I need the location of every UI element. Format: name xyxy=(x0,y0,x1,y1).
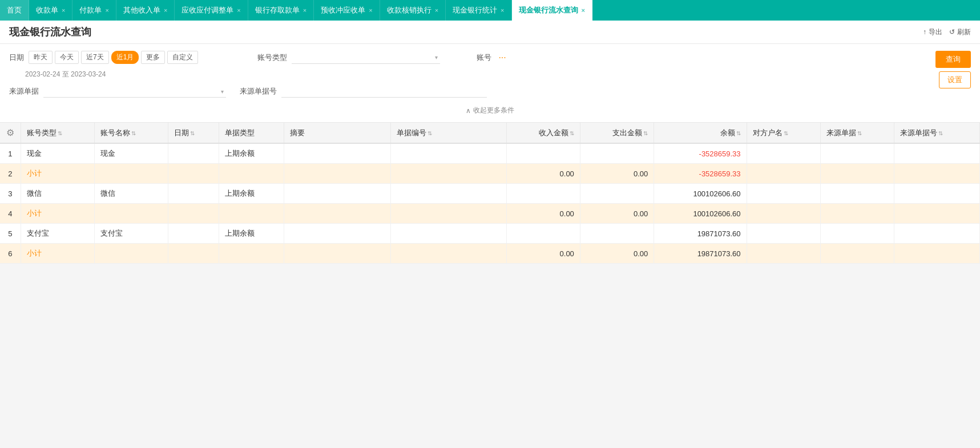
gear-icon: ⚙ xyxy=(6,128,14,138)
nav-item-现金银行流水查询[interactable]: 现金银行流水查询× xyxy=(512,0,592,21)
nav-item-付款单[interactable]: 付款单× xyxy=(72,0,116,21)
date-1month[interactable]: 近1月 xyxy=(111,51,139,64)
cell-counterparty xyxy=(747,143,820,164)
cell-source-doc-no xyxy=(894,224,980,244)
cell-doc-no xyxy=(390,224,506,244)
nav-item-应收应付调整单[interactable]: 应收应付调整单× xyxy=(175,0,248,21)
close-icon[interactable]: × xyxy=(164,7,167,14)
cell-account-name xyxy=(94,244,168,264)
col-source-doc-no[interactable]: 来源单据号⇅ xyxy=(894,123,980,143)
nav-item-预收冲应收单[interactable]: 预收冲应收单× xyxy=(314,0,380,21)
sort-icon-doc-no: ⇅ xyxy=(428,130,432,136)
filter-area: 日期 昨天 今天 近7天 近1月 更多 自定义 账号类型 xyxy=(0,44,980,123)
source-doc-select[interactable] xyxy=(43,85,226,98)
close-icon[interactable]: × xyxy=(435,7,438,14)
cell-expense xyxy=(580,224,654,244)
nav-item-首页[interactable]: 首页 xyxy=(0,0,29,21)
account-type-label: 账号类型 xyxy=(257,53,287,63)
cell-account-name: 微信 xyxy=(94,184,168,204)
cell-income: 0.00 xyxy=(506,204,580,224)
table-row: 6小计0.000.0019871073.60 xyxy=(0,244,980,264)
cell-date xyxy=(168,244,219,264)
col-summary[interactable]: 摘要 xyxy=(284,123,390,143)
filter-left: 日期 昨天 今天 近7天 近1月 更多 自定义 账号类型 xyxy=(9,51,935,103)
col-account-name[interactable]: 账号名称⇅ xyxy=(94,123,168,143)
filter-row-2: 来源单据 ▾ 来源单据号 xyxy=(9,85,935,98)
col-account-type[interactable]: 账号类型⇅ xyxy=(21,123,94,143)
cell-counterparty xyxy=(747,164,820,184)
cell-doc-type xyxy=(219,164,284,184)
cell-balance: -3528659.33 xyxy=(654,143,747,164)
nav-item-银行存取款单[interactable]: 银行存取款单× xyxy=(248,0,314,21)
col-income[interactable]: 收入金额⇅ xyxy=(506,123,580,143)
date-today[interactable]: 今天 xyxy=(55,51,79,64)
close-icon[interactable]: × xyxy=(582,7,585,14)
collapse-label: 收起更多条件 xyxy=(473,106,514,115)
account-type-select[interactable] xyxy=(292,51,440,64)
col-balance[interactable]: 余额⇅ xyxy=(654,123,747,143)
settings-button[interactable]: 设置 xyxy=(939,71,971,88)
sort-icon-account-name: ⇅ xyxy=(131,130,136,136)
cell-account-type: 小计 xyxy=(21,164,94,184)
cell-income xyxy=(506,184,580,204)
account-type-group: 账号类型 ▾ xyxy=(257,51,440,64)
source-doc-group: 来源单据 ▾ xyxy=(9,85,226,98)
account-ellipsis[interactable]: ··· xyxy=(496,53,508,63)
cell-date xyxy=(168,224,219,244)
source-doc-input-wrap: ▾ xyxy=(43,85,226,98)
close-icon[interactable]: × xyxy=(369,7,372,14)
cell-doc-type xyxy=(219,204,284,224)
sort-icon-source-doc-no: ⇅ xyxy=(938,130,943,136)
table-container: ⚙ 账号类型⇅ 账号名称⇅ 日期⇅ 单据类型 摘要 单据编号⇅ 收入金额⇅ 支出… xyxy=(0,123,980,264)
cell-doc-no xyxy=(390,164,506,184)
col-expense[interactable]: 支出金额⇅ xyxy=(580,123,654,143)
source-doc-label: 来源单据 xyxy=(9,86,39,96)
nav-item-现金银行统计[interactable]: 现金银行统计× xyxy=(446,0,511,21)
close-icon[interactable]: × xyxy=(303,7,306,14)
export-button[interactable]: ↑ 导出 xyxy=(923,27,942,37)
col-date[interactable]: 日期⇅ xyxy=(168,123,219,143)
cell-source-doc-no xyxy=(894,143,980,164)
sort-icon-expense: ⇅ xyxy=(643,130,648,136)
cell-source-doc-no xyxy=(894,244,980,264)
cell-id: 3 xyxy=(0,184,21,204)
refresh-button[interactable]: ↺ 刷新 xyxy=(949,27,971,37)
close-icon[interactable]: × xyxy=(105,7,108,14)
date-custom[interactable]: 自定义 xyxy=(167,51,198,64)
col-counterparty[interactable]: 对方户名⇅ xyxy=(747,123,820,143)
col-source-doc[interactable]: 来源单据⇅ xyxy=(820,123,894,143)
export-icon: ↑ xyxy=(923,28,926,36)
cell-counterparty xyxy=(747,184,820,204)
table-row: 1现金现金上期余额-3528659.33 xyxy=(0,143,980,164)
top-nav: 首页收款单×付款单×其他收入单×应收应付调整单×银行存取款单×预收冲应收单×收款… xyxy=(0,0,980,21)
cell-doc-type: 上期余额 xyxy=(219,184,284,204)
query-button[interactable]: 查询 xyxy=(935,51,971,68)
sort-icon-source-doc: ⇅ xyxy=(857,130,862,136)
filter-row-1: 日期 昨天 今天 近7天 近1月 更多 自定义 账号类型 xyxy=(9,51,935,64)
cell-income xyxy=(506,143,580,164)
col-gear[interactable]: ⚙ xyxy=(0,123,21,143)
nav-item-收款单[interactable]: 收款单× xyxy=(29,0,72,21)
date-range-text: 2023-02-24 至 2023-03-24 xyxy=(25,70,106,78)
date-yesterday[interactable]: 昨天 xyxy=(29,51,53,64)
cell-expense: 0.00 xyxy=(580,204,654,224)
cell-doc-no xyxy=(390,244,506,264)
filter-main: 日期 昨天 今天 近7天 近1月 更多 自定义 账号类型 xyxy=(9,51,971,103)
cell-expense: 0.00 xyxy=(580,164,654,184)
close-icon[interactable]: × xyxy=(237,7,240,14)
nav-item-其他收入单[interactable]: 其他收入单× xyxy=(116,0,175,21)
close-icon[interactable]: × xyxy=(501,7,504,14)
date-filter-group: 日期 昨天 今天 近7天 近1月 更多 自定义 xyxy=(9,51,198,64)
collapse-bar[interactable]: ∧ 收起更多条件 xyxy=(9,103,971,115)
close-icon[interactable]: × xyxy=(62,7,65,14)
source-doc-num-input[interactable] xyxy=(281,85,487,98)
cell-balance: 19871073.60 xyxy=(654,244,747,264)
date-more[interactable]: 更多 xyxy=(141,51,165,64)
cell-date xyxy=(168,143,219,164)
refresh-icon: ↺ xyxy=(949,28,955,36)
cell-expense xyxy=(580,143,654,164)
col-doc-type[interactable]: 单据类型 xyxy=(219,123,284,143)
nav-item-收款核销执行[interactable]: 收款核销执行× xyxy=(380,0,446,21)
date-7days[interactable]: 近7天 xyxy=(81,51,109,64)
col-doc-no[interactable]: 单据编号⇅ xyxy=(390,123,506,143)
